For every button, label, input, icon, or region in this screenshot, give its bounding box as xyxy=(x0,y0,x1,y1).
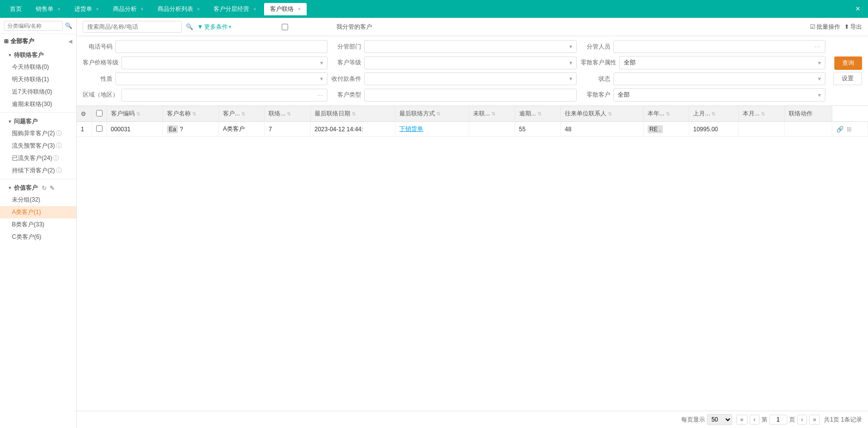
adv-field-phone: 电话号码 xyxy=(83,40,327,53)
sidebar-item-b-class[interactable]: B类客户(33) xyxy=(0,218,76,231)
sidebar-item-churn-warning[interactable]: 流失预警客户(3) ⓘ xyxy=(0,140,76,152)
edit-icon[interactable]: ✎ xyxy=(50,185,54,192)
th-name[interactable]: 客户名称 ⇅ xyxy=(163,106,218,122)
sidebar-item-declining[interactable]: 持续下滑客户(2) ⓘ xyxy=(0,164,76,177)
window-close-button[interactable]: × xyxy=(852,4,864,13)
region-select[interactable]: ··· xyxy=(121,89,327,102)
person-select[interactable]: ··· xyxy=(613,40,825,53)
phone-input[interactable] xyxy=(115,40,327,53)
row-action-grid-icon[interactable]: ⊞ xyxy=(847,126,852,133)
th-last-contact-date[interactable]: 最后联络日期 ⇅ xyxy=(310,106,395,122)
th-current-year[interactable]: 本年... ⇅ xyxy=(643,106,689,122)
sidebar-item-7days[interactable]: 近7天待联络(0) xyxy=(0,86,76,98)
row-checkbox[interactable] xyxy=(96,125,103,132)
sort-icon-overdue: ⇅ xyxy=(538,111,542,116)
filter-more-btn[interactable]: ▼ 更多条件 ▾ xyxy=(197,23,231,31)
nav-item-purchase[interactable]: 进货单 × xyxy=(68,3,105,15)
declining-label: 持续下滑客户(2) xyxy=(12,166,55,175)
customer-level-select[interactable]: ▾ xyxy=(364,56,576,69)
search-input[interactable] xyxy=(83,21,182,33)
sort-icon-last-month: ⇅ xyxy=(711,111,715,116)
adv-filter-row-1: 电话号码 分管部门 ▾ 分管人员 xyxy=(83,40,825,53)
sidebar-item-hoarding[interactable]: 囤购异常客户(2) ⓘ xyxy=(0,127,76,140)
payment-select[interactable]: ▾ xyxy=(364,72,576,85)
page-number-input[interactable] xyxy=(769,415,787,425)
th-this-month[interactable]: 本月... ⇅ xyxy=(739,106,784,122)
refresh-icon[interactable]: ↻ xyxy=(42,185,47,192)
sidebar-item-overdue[interactable]: 逾期未联络(30) xyxy=(0,98,76,110)
th-contact-count[interactable]: 联络... ⇅ xyxy=(265,106,310,122)
sidebar-item-unclassified[interactable]: 未分组(32) xyxy=(0,194,76,206)
export-icon: ⬆ xyxy=(844,23,849,30)
query-button[interactable]: 查询 xyxy=(834,56,862,70)
th-settings[interactable]: ⚙ xyxy=(77,106,92,122)
sidebar-collapse-btn[interactable]: ◀ xyxy=(68,39,72,44)
nav-item-analysis[interactable]: 商品分析 × xyxy=(107,3,150,15)
nav-close-sales[interactable]: × xyxy=(57,6,60,12)
nav-item-home[interactable]: 首页 xyxy=(4,3,28,15)
hoarding-label: 囤购异常客户(2) xyxy=(12,129,55,138)
th-customer-type[interactable]: 客户... ⇅ xyxy=(218,106,264,122)
sidebar-group-problem[interactable]: ▼ 问题客户 xyxy=(0,115,76,127)
page-size-select[interactable]: 20 50 100 xyxy=(707,414,732,425)
row-contact-count: 7 xyxy=(269,126,272,133)
sidebar-group-pending[interactable]: ▼ 待联络客户 xyxy=(0,49,76,61)
sidebar-item-a-class[interactable]: A类客户(1) xyxy=(0,206,76,218)
price-level-select[interactable]: ▾ xyxy=(121,56,327,69)
nav-close-analysis[interactable]: × xyxy=(141,6,144,12)
last-page-btn[interactable]: » xyxy=(809,415,820,425)
th-uncontacted[interactable]: 未联... ⇅ xyxy=(469,106,515,122)
filter-icon: ▼ xyxy=(197,23,203,30)
next-page-btn[interactable]: › xyxy=(797,415,807,425)
setting-button[interactable]: 设置 xyxy=(833,72,862,85)
th-last-contact-method[interactable]: 最后联络方式 ⇅ xyxy=(395,106,469,122)
filter-search-icon[interactable]: 🔍 xyxy=(186,23,193,30)
table-header-row: ⚙ 客户编码 ⇅ 客户名称 xyxy=(77,106,868,122)
row-action-link-icon[interactable]: 🔗 xyxy=(836,126,844,133)
my-customer-filter[interactable]: 我分管的客户 xyxy=(235,23,372,31)
th-last-month[interactable]: 上月... ⇅ xyxy=(689,106,739,122)
th-code[interactable]: 客户编码 ⇅ xyxy=(107,106,163,122)
nature-select[interactable]: ▾ xyxy=(115,72,327,85)
td-last-contact-method[interactable]: 下销货单 xyxy=(395,122,469,137)
sidebar-item-c-class[interactable]: C类客户(6) xyxy=(0,231,76,243)
sidebar-item-today[interactable]: 今天待联络(0) xyxy=(0,61,76,73)
export-btn[interactable]: ⬆ 导出 xyxy=(844,23,862,31)
settings-icon[interactable]: ⚙ xyxy=(81,110,86,117)
nav-close-customer-tier[interactable]: × xyxy=(253,6,256,12)
nav-close-purchase[interactable]: × xyxy=(96,6,99,12)
prev-page-btn[interactable]: ‹ xyxy=(750,415,760,425)
nav-close-analysis-list[interactable]: × xyxy=(197,6,200,12)
my-customer-checkbox[interactable] xyxy=(235,24,334,30)
sidebar-item-churned[interactable]: 已流失客户(24) ⓘ xyxy=(0,152,76,164)
nav-item-customer-contact[interactable]: 客户联络 × xyxy=(264,3,307,15)
first-page-btn[interactable]: « xyxy=(736,415,748,425)
batch-operation-btn[interactable]: ☑ 批量操作 xyxy=(810,23,840,31)
td-num: 1 xyxy=(77,122,92,137)
dept-select[interactable]: ▾ xyxy=(364,40,576,53)
th-checkbox[interactable] xyxy=(92,106,107,122)
th-overdue[interactable]: 逾期... ⇅ xyxy=(515,106,560,122)
nav-item-analysis-list[interactable]: 商品分析列表 × xyxy=(152,3,206,15)
sidebar-all-customers[interactable]: ⊞ 全部客户 ◀ xyxy=(0,34,76,49)
retail-attr-select[interactable]: 全部 ▾ xyxy=(619,56,825,69)
retail-customer-select[interactable]: 全部 ▾ xyxy=(613,88,825,102)
customer-type-input[interactable] xyxy=(364,89,576,102)
th-contact-person[interactable]: 往来单位联系人 ⇅ xyxy=(560,106,643,122)
status-select[interactable]: ▾ xyxy=(613,72,825,85)
total-records: 共1页 1条记录 xyxy=(824,416,862,424)
sidebar-search-icon[interactable]: 🔍 xyxy=(65,22,72,29)
nav-close-customer-contact[interactable]: × xyxy=(298,6,301,12)
nav-item-customer-tier[interactable]: 客户分层经营 × xyxy=(208,3,262,15)
nav-label-purchase: 进货单 xyxy=(74,5,92,13)
nature-label: 性质 xyxy=(83,75,112,83)
row-last-contact-method[interactable]: 下销货单 xyxy=(399,125,423,132)
select-all-checkbox[interactable] xyxy=(96,110,103,116)
overdue-label: 逾期未联络(30) xyxy=(12,100,52,108)
nav-item-sales[interactable]: 销售单 × xyxy=(30,3,66,15)
sidebar-group-value[interactable]: ▼ 价值客户 ↻ ✎ xyxy=(0,181,76,194)
sidebar-search-input[interactable] xyxy=(4,21,63,31)
adv-filter-actions: 查询 设置 xyxy=(833,40,862,102)
td-checkbox[interactable] xyxy=(92,122,107,137)
sidebar-item-tomorrow[interactable]: 明天待联络(1) xyxy=(0,73,76,86)
